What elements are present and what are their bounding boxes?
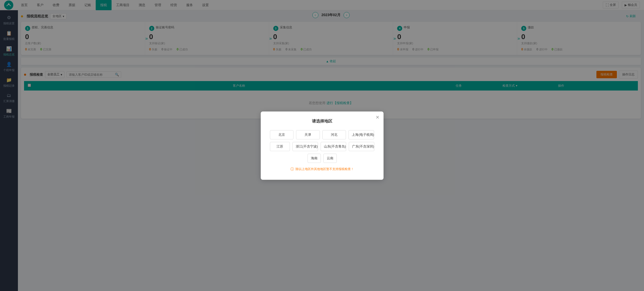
region-row-3: 海南 云南 bbox=[270, 154, 374, 163]
region-btn-tianjin[interactable]: 天津 bbox=[296, 130, 320, 139]
region-btn-yunnan[interactable]: 云南 bbox=[323, 154, 337, 163]
region-btn-hainan[interactable]: 海南 bbox=[308, 154, 321, 163]
warning-icon: ⓘ bbox=[290, 167, 294, 172]
modal-close-btn[interactable]: ✕ bbox=[376, 115, 379, 120]
modal-overlay[interactable]: ✕ 请选择地区 北京 天津 河北 上海(电子税局) 江苏 浙江(不含宁波) 山东… bbox=[0, 0, 644, 291]
region-btn-hebei[interactable]: 河北 bbox=[322, 130, 346, 139]
region-row-2: 江苏 浙江(不含宁波) 山东(不含青岛) 广东(不含深圳) bbox=[270, 142, 374, 151]
region-btn-jiangsu[interactable]: 江苏 bbox=[270, 142, 290, 151]
region-select-modal: ✕ 请选择地区 北京 天津 河北 上海(电子税局) 江苏 浙江(不含宁波) 山东… bbox=[261, 111, 384, 180]
region-btn-zhejiang[interactable]: 浙江(不含宁波) bbox=[292, 142, 318, 151]
modal-title: 请选择地区 bbox=[270, 119, 374, 124]
region-btn-guangdong[interactable]: 广东(不含深圳) bbox=[349, 142, 374, 151]
region-btn-shandong[interactable]: 山东(不含青岛) bbox=[321, 142, 346, 151]
region-btn-shanghai[interactable]: 上海(电子税局) bbox=[348, 130, 374, 139]
region-row-1: 北京 天津 河北 上海(电子税局) bbox=[270, 130, 374, 139]
warning-text: ⓘ 除以上地区外其他地区暂不支持报税检查！ bbox=[270, 167, 374, 172]
region-btn-beijing[interactable]: 北京 bbox=[270, 130, 294, 139]
